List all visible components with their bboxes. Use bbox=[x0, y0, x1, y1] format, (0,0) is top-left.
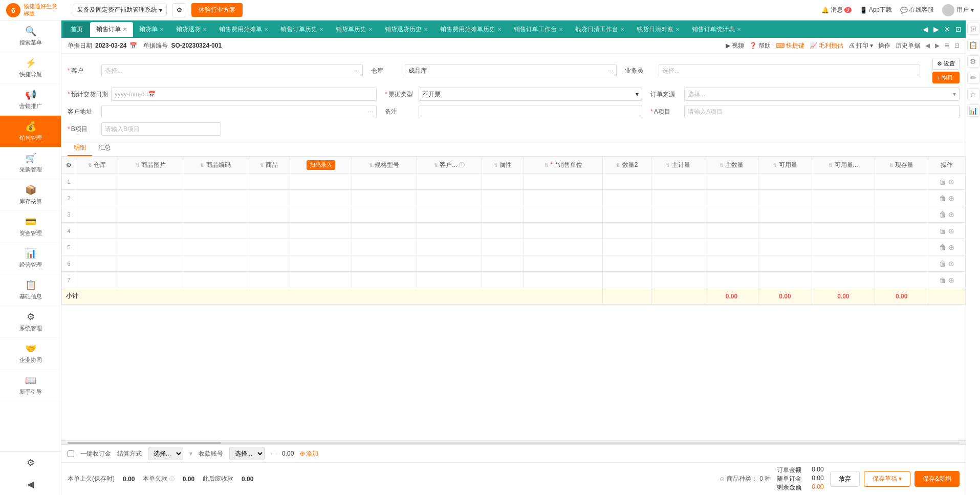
history-btn[interactable]: 历史单据 bbox=[896, 41, 920, 50]
sidebar-item-guide[interactable]: 📖 新手引导 bbox=[0, 370, 61, 401]
tab-slip-history[interactable]: 销货单历史 ✕ bbox=[330, 22, 379, 37]
staff-input[interactable]: 选择... bbox=[659, 64, 920, 77]
save-btn[interactable]: 保存&新增 bbox=[914, 471, 960, 487]
right-panel-icon-4[interactable]: ✏ bbox=[967, 72, 979, 84]
th-settings[interactable]: ⚙ bbox=[62, 157, 76, 174]
profit-btn[interactable]: 📈 毛利预估 bbox=[810, 41, 843, 50]
delete-icon[interactable]: 🗑 bbox=[939, 276, 946, 284]
right-panel-icon-5[interactable]: ☆ bbox=[967, 88, 979, 100]
tab-expand-btn[interactable]: ⊡ bbox=[953, 24, 964, 34]
delete-icon[interactable]: 🗑 bbox=[939, 227, 946, 235]
copy-icon[interactable]: ⊕ bbox=[948, 260, 954, 268]
sidebar-item-search[interactable]: 🔍 搜索菜单 bbox=[0, 20, 61, 52]
system-selector[interactable]: 装备及固定资产辅助管理系统 ▾ bbox=[73, 4, 167, 16]
invoice-select[interactable]: 不开票 ▾ bbox=[419, 88, 642, 101]
customer-input[interactable]: 选择... ··· bbox=[101, 64, 363, 77]
th-spec[interactable]: ⇅ 规格型号 bbox=[352, 157, 417, 174]
th-warehouse[interactable]: ⇅ 仓库 bbox=[76, 157, 118, 174]
warehouse-input[interactable]: 成品库 ··· bbox=[405, 64, 617, 77]
user-area[interactable]: 用户 ▾ bbox=[942, 4, 974, 16]
delete-icon[interactable]: 🗑 bbox=[939, 210, 946, 219]
th-customer-code[interactable]: ⇅ 客户... ⓘ bbox=[417, 157, 482, 174]
notification-area[interactable]: 🔔 消息 9 bbox=[821, 6, 852, 14]
address-input[interactable]: ··· bbox=[101, 105, 377, 118]
tab-fee-history[interactable]: 销售费用分摊单历史 ✕ bbox=[434, 22, 508, 37]
right-panel-icon-2[interactable]: 📋 bbox=[967, 39, 979, 51]
tab-close-icon[interactable]: ✕ bbox=[368, 27, 373, 32]
tab-close-all-btn[interactable]: ✕ bbox=[942, 24, 952, 34]
delete-icon[interactable]: 🗑 bbox=[939, 260, 946, 268]
tab-close-icon[interactable]: ✕ bbox=[497, 27, 502, 32]
th-available2[interactable]: ⇅ 可用量... bbox=[812, 157, 875, 174]
tab-close-icon[interactable]: ✕ bbox=[559, 27, 563, 32]
shortcut-btn[interactable]: ⌨ 快捷键 bbox=[776, 41, 804, 50]
horizontal-scrollbar[interactable] bbox=[61, 440, 966, 444]
th-code[interactable]: ⇅ 商品编码 bbox=[183, 157, 248, 174]
tab-close-icon[interactable]: ✕ bbox=[319, 27, 323, 32]
tab-detail[interactable]: 明细 bbox=[68, 140, 92, 156]
tab-close-icon[interactable]: ✕ bbox=[264, 27, 268, 32]
tab-home[interactable]: 首页 bbox=[63, 22, 90, 37]
delete-icon[interactable]: 🗑 bbox=[939, 194, 946, 202]
tab-order-workbench[interactable]: 销售订单工作台 ✕ bbox=[508, 22, 569, 37]
view-btn[interactable]: ▶ 视频 bbox=[726, 41, 744, 50]
tab-summary[interactable]: 汇总 bbox=[92, 140, 117, 156]
print-btn[interactable]: 🖨 打印 ▾ bbox=[848, 41, 873, 50]
tab-next-btn[interactable]: ▶ bbox=[931, 24, 941, 34]
account-select[interactable]: 选择... bbox=[229, 447, 265, 460]
date-picker-icon[interactable]: 📅 bbox=[148, 91, 156, 98]
tab-close-icon[interactable]: ✕ bbox=[620, 27, 624, 32]
delete-icon[interactable]: 🗑 bbox=[939, 243, 946, 251]
operation-btn[interactable]: 操作 bbox=[878, 41, 890, 50]
sidebar-item-base[interactable]: 📋 基础信息 bbox=[0, 274, 61, 306]
right-panel-icon-3[interactable]: ⚙ bbox=[967, 55, 979, 68]
payment-select[interactable]: 选择... bbox=[148, 447, 183, 460]
tab-sales-slip[interactable]: 销货单 ✕ bbox=[133, 22, 170, 37]
nav-prev-btn[interactable]: ◀ bbox=[925, 42, 930, 49]
delete-icon[interactable]: 🗑 bbox=[939, 178, 946, 186]
delivery-input[interactable]: yyyy-mm-dd 📅 bbox=[111, 88, 377, 101]
sidebar-item-purchase[interactable]: 🛒 采购管理 bbox=[0, 147, 61, 179]
th-main-qty[interactable]: ⇅ 主数量 bbox=[705, 157, 758, 174]
tab-prev-btn[interactable]: ◀ bbox=[921, 24, 930, 34]
copy-icon[interactable]: ⊕ bbox=[948, 243, 954, 251]
grid-view-btn[interactable]: ≡ bbox=[945, 41, 949, 50]
sidebar-item-system[interactable]: ⚙ 系统管理 bbox=[0, 306, 61, 338]
tab-sales-fee[interactable]: 销售费用分摊单 ✕ bbox=[213, 22, 274, 37]
th-unit[interactable]: ⇅ * *销售单位 bbox=[524, 157, 603, 174]
discard-btn[interactable]: 放弃 bbox=[830, 471, 860, 487]
add-checkout-btn[interactable]: ⊕ 添加 bbox=[300, 449, 318, 458]
tab-close-icon[interactable]: ✕ bbox=[123, 27, 127, 32]
tab-sales-order[interactable]: 销售订单 ✕ bbox=[90, 22, 133, 37]
sidebar-collapse[interactable]: ◀ bbox=[0, 474, 61, 495]
copy-icon[interactable]: ⊕ bbox=[948, 276, 954, 284]
tab-close-icon[interactable]: ✕ bbox=[424, 27, 428, 32]
scan-btn[interactable]: 扫码录入 bbox=[307, 160, 335, 170]
one-click-checkbox[interactable] bbox=[68, 450, 74, 457]
sidebar-item-quick[interactable]: ⚡ 快捷导航 bbox=[0, 52, 61, 84]
add-item-btn[interactable]: + 物料 bbox=[932, 72, 960, 83]
settings-icon-btn[interactable]: ⚙ bbox=[172, 3, 186, 17]
tab-order-history[interactable]: 销售订单历史 ✕ bbox=[274, 22, 330, 37]
sidebar-item-finance[interactable]: 💳 资金管理 bbox=[0, 211, 61, 243]
tab-sales-return[interactable]: 销货退货 ✕ bbox=[170, 22, 213, 37]
draft-btn[interactable]: 保存草稿 ▾ bbox=[864, 471, 910, 487]
copy-icon[interactable]: ⊕ bbox=[948, 178, 954, 186]
tab-close-icon[interactable]: ✕ bbox=[160, 27, 164, 32]
tab-close-icon[interactable]: ✕ bbox=[676, 27, 680, 32]
sidebar-item-marketing[interactable]: 📢 营销推广 bbox=[0, 84, 61, 116]
order-source-input[interactable]: 选择... ▾ bbox=[684, 88, 960, 101]
th-current[interactable]: ⇅ 现存量 bbox=[875, 157, 928, 174]
th-scan[interactable]: 扫码录入 bbox=[290, 157, 352, 174]
calendar-icon[interactable]: 📅 bbox=[129, 42, 137, 49]
th-image[interactable]: ⇅ 商品图片 bbox=[118, 157, 183, 174]
b-project-input[interactable]: 请输入B项目 bbox=[101, 122, 221, 136]
a-project-input[interactable]: 请输入A项目 bbox=[684, 105, 960, 118]
tab-return-history[interactable]: 销货退货历史 ✕ bbox=[379, 22, 434, 37]
th-qty2[interactable]: ⇅ 数量2 bbox=[603, 157, 651, 174]
note-input[interactable] bbox=[419, 105, 642, 118]
right-panel-icon-6[interactable]: 📊 bbox=[967, 104, 979, 117]
fullscreen-btn[interactable]: ⊡ bbox=[954, 42, 960, 49]
tab-daily-workbench[interactable]: 钱货日清工作台 ✕ bbox=[569, 22, 630, 37]
sidebar-item-inventory[interactable]: 📦 库存核算 bbox=[0, 179, 61, 211]
